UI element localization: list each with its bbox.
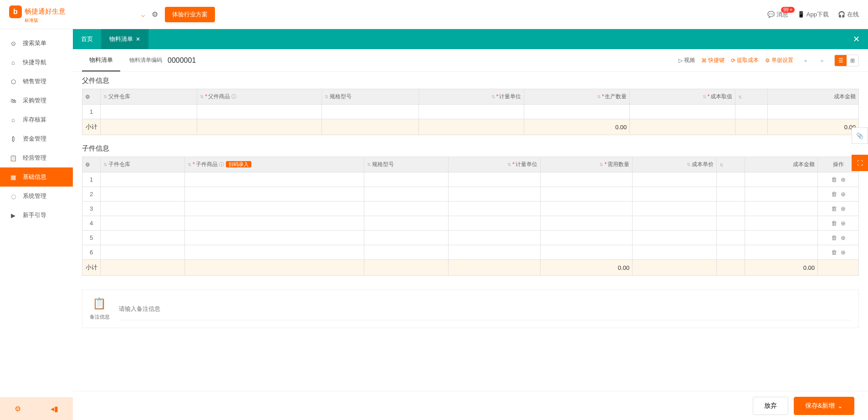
add-row-icon[interactable]: ⊕ bbox=[841, 176, 846, 183]
gear-icon: ⚙ bbox=[765, 57, 770, 64]
parent-gear-header[interactable]: ⚙ bbox=[82, 89, 101, 105]
data-icon: ▦ bbox=[9, 173, 17, 181]
close-icon[interactable]: ✕ bbox=[136, 36, 140, 42]
table-row[interactable]: 1🗑⊕ bbox=[82, 172, 859, 187]
child-warehouse-header[interactable]: ⇅子件仓库 bbox=[101, 157, 185, 172]
sort-icon: ⇅ bbox=[188, 163, 191, 167]
sidebar-item-inventory[interactable]: ⌂库存核算 bbox=[0, 110, 73, 129]
add-row-icon[interactable]: ⊕ bbox=[841, 234, 846, 241]
table-row[interactable]: 6🗑⊕ bbox=[82, 245, 859, 260]
sidebar-item-sales[interactable]: ⬡销售管理 bbox=[0, 72, 73, 91]
page-tab-bom[interactable]: 物料清单 bbox=[82, 50, 120, 71]
child-unitcost-header[interactable]: ⇅成本单价 bbox=[633, 157, 717, 172]
table-row[interactable]: 3🗑⊕ bbox=[82, 202, 859, 216]
video-button[interactable]: ▷视频 bbox=[679, 56, 695, 64]
extract-icon: ⟳ bbox=[731, 57, 735, 64]
clipboard-icon: 📋 bbox=[9, 154, 17, 162]
table-row[interactable]: 2🗑⊕ bbox=[82, 187, 859, 202]
delete-icon[interactable]: 🗑 bbox=[831, 191, 837, 197]
delete-icon[interactable]: 🗑 bbox=[831, 176, 837, 183]
parent-unit-header[interactable]: ⇅*计量单位 bbox=[419, 89, 524, 105]
card-view-button[interactable]: ⊞ bbox=[847, 55, 858, 66]
parent-costmethod-header[interactable]: ⇅*成本取值 bbox=[630, 89, 735, 105]
sidebar-item-guide[interactable]: ▶新手引导 bbox=[0, 206, 73, 225]
delete-icon[interactable]: 🗑 bbox=[831, 249, 837, 256]
child-gear-header[interactable]: ⚙ bbox=[82, 157, 101, 172]
scan-input-badge[interactable]: 扫码录入 bbox=[226, 161, 251, 167]
parent-blank-header[interactable]: ⇅ bbox=[735, 89, 768, 105]
warehouse-icon: ⌂ bbox=[9, 116, 17, 124]
sidebar-item-quicknav[interactable]: ⌂快捷导航 bbox=[0, 53, 73, 72]
prev-button[interactable]: ◂ bbox=[800, 55, 811, 66]
bag-icon: 🛍 bbox=[9, 96, 17, 105]
chevron-down-icon: ⌄ bbox=[837, 402, 843, 410]
sidebar-item-operations[interactable]: 📋经营管理 bbox=[0, 148, 73, 167]
parent-qty-header[interactable]: ⇅*生产数量 bbox=[524, 89, 630, 105]
add-row-icon[interactable]: ⊕ bbox=[841, 220, 846, 227]
parent-warehouse-header[interactable]: ⇅父件仓库 bbox=[101, 89, 197, 105]
info-icon[interactable]: ⓘ bbox=[219, 162, 224, 167]
parent-costamount-header[interactable]: 成本金额 bbox=[768, 89, 859, 105]
delete-icon[interactable]: 🗑 bbox=[831, 234, 837, 241]
chevron-down-icon: ⌵ bbox=[141, 11, 145, 18]
child-unit-header[interactable]: ⇅*计量单位 bbox=[448, 157, 540, 172]
logo-area: b 畅捷通好生意 标准版 bbox=[9, 5, 73, 24]
online-support-button[interactable]: 🎧 在线 bbox=[838, 10, 859, 19]
settings-gear-icon[interactable]: ⚙ bbox=[152, 10, 158, 19]
child-costamount-header[interactable]: 成本金额 bbox=[745, 157, 818, 172]
close-all-tabs-icon[interactable]: ✕ bbox=[849, 32, 863, 46]
info-icon[interactable]: ⓘ bbox=[231, 94, 236, 99]
sort-icon: ⇅ bbox=[367, 163, 371, 167]
sidebar-item-system[interactable]: ◌系统管理 bbox=[0, 187, 73, 206]
collapse-icon[interactable]: ◂▮ bbox=[51, 405, 58, 413]
parent-spec-header[interactable]: ⇅规格型号 bbox=[322, 89, 419, 105]
next-button[interactable]: ▸ bbox=[817, 55, 828, 66]
sales-icon: ⬡ bbox=[9, 77, 17, 86]
add-row-icon[interactable]: ⊕ bbox=[841, 191, 846, 197]
company-selector[interactable]: ⌵ bbox=[87, 11, 145, 18]
shortcut-button[interactable]: ⌘快捷键 bbox=[701, 56, 725, 64]
tab-home[interactable]: 首页 bbox=[73, 29, 101, 49]
remark-label: 备注信息 bbox=[90, 314, 110, 320]
child-title: 子件信息 bbox=[82, 144, 859, 153]
save-new-button[interactable]: 保存&新增 ⌄ bbox=[794, 397, 854, 415]
industry-plan-button[interactable]: 体验行业方案 bbox=[165, 7, 215, 22]
table-row[interactable]: 4🗑⊕ bbox=[82, 216, 859, 231]
delete-icon[interactable]: 🗑 bbox=[831, 205, 837, 212]
remark-input[interactable] bbox=[119, 297, 851, 320]
messages-button[interactable]: 💬 消息 99 + bbox=[767, 10, 788, 19]
add-row-icon[interactable]: ⊕ bbox=[841, 249, 846, 256]
child-product-header[interactable]: ⇅*子件商品 ⓘ扫码录入 bbox=[185, 157, 364, 172]
discard-button[interactable]: 放弃 bbox=[753, 397, 788, 415]
view-toggle: ☰ ⊞ bbox=[834, 55, 859, 66]
tab-bom[interactable]: 物料清单 ✕ bbox=[101, 29, 148, 49]
child-qty-header[interactable]: ⇅*需用数量 bbox=[540, 157, 632, 172]
page-header: 物料清单 物料清单编码 0000001 ▷视频 ⌘快捷键 ⟳提取成本 ⚙单据设置… bbox=[73, 49, 868, 72]
extract-cost-button[interactable]: ⟳提取成本 bbox=[731, 56, 759, 64]
sidebar-item-search[interactable]: ⊙搜索菜单 bbox=[0, 34, 73, 53]
page-actions: ▷视频 ⌘快捷键 ⟳提取成本 ⚙单据设置 ◂ ▸ ☰ ⊞ bbox=[679, 55, 859, 66]
expand-icon: ⛶ bbox=[857, 160, 863, 167]
logo-icon: b bbox=[9, 5, 22, 18]
child-blank-header[interactable]: ⇅ bbox=[717, 157, 745, 172]
fullscreen-widget[interactable]: ⛶ bbox=[852, 155, 868, 171]
table-row[interactable]: 5🗑⊕ bbox=[82, 231, 859, 245]
child-spec-header[interactable]: ⇅规格型号 bbox=[364, 157, 448, 172]
sidebar-item-basedata[interactable]: ▦基础信息 bbox=[0, 167, 73, 187]
attachment-widget[interactable]: 📎 bbox=[852, 127, 868, 144]
app-download-button[interactable]: 📱 App下载 bbox=[797, 10, 829, 19]
table-row[interactable]: 1 bbox=[82, 105, 859, 119]
row-number: 4 bbox=[82, 216, 101, 231]
sidebar-item-funds[interactable]: ₿资金管理 bbox=[0, 129, 73, 148]
add-row-icon[interactable]: ⊕ bbox=[841, 205, 846, 212]
sort-icon: ⇅ bbox=[491, 95, 495, 99]
doc-settings-button[interactable]: ⚙单据设置 bbox=[765, 56, 793, 64]
row-number: 5 bbox=[82, 231, 101, 245]
list-view-button[interactable]: ☰ bbox=[835, 55, 847, 66]
parent-product-header[interactable]: ⇅*父件商品 ⓘ bbox=[197, 89, 322, 105]
settings-icon[interactable]: ⚙ bbox=[15, 405, 21, 413]
parent-table: ⚙ ⇅父件仓库 ⇅*父件商品 ⓘ ⇅规格型号 ⇅*计量单位 ⇅*生产数量 ⇅*成… bbox=[82, 89, 859, 135]
delete-icon[interactable]: 🗑 bbox=[831, 220, 837, 227]
child-table: ⚙ ⇅子件仓库 ⇅*子件商品 ⓘ扫码录入 ⇅规格型号 ⇅*计量单位 ⇅*需用数量… bbox=[82, 157, 859, 276]
sidebar-item-purchase[interactable]: 🛍采购管理 bbox=[0, 91, 73, 110]
